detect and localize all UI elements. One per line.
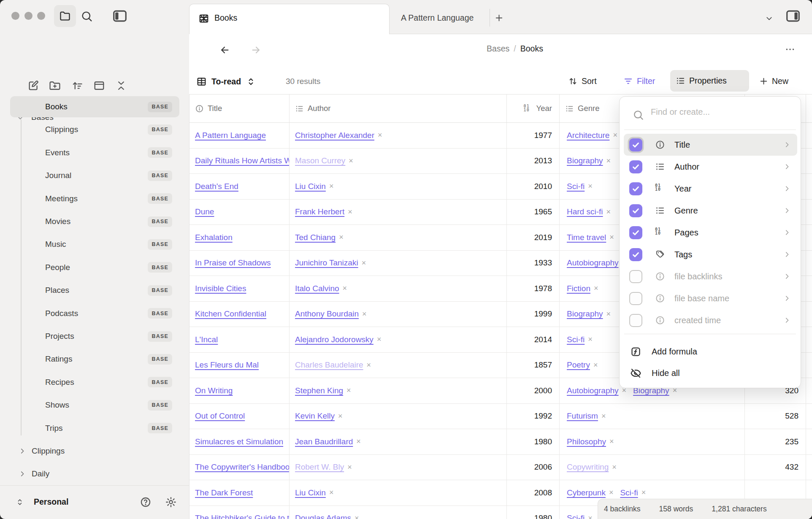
genre-link[interactable]: Time travel bbox=[567, 233, 606, 242]
cell-year[interactable]: 1992 bbox=[507, 404, 560, 429]
remove-link-icon[interactable]: × bbox=[356, 437, 361, 446]
chevron-right-icon[interactable] bbox=[783, 141, 791, 149]
cell-pages[interactable]: 528 bbox=[745, 404, 806, 429]
cell-year[interactable]: 2013 bbox=[507, 149, 560, 174]
property-item-author[interactable]: Author bbox=[624, 156, 797, 178]
sort-order-button[interactable] bbox=[68, 76, 87, 95]
cell-tags[interactable] bbox=[806, 455, 812, 480]
tab-books[interactable]: Books bbox=[189, 4, 390, 34]
remove-link-icon[interactable]: × bbox=[343, 284, 347, 293]
property-item-genre[interactable]: Genre bbox=[624, 200, 797, 222]
cell-tags[interactable] bbox=[806, 404, 812, 429]
author-link[interactable]: Charles Baudelaire bbox=[295, 360, 363, 370]
property-checkbox[interactable] bbox=[629, 160, 642, 173]
table-row[interactable]: Out of ControlKevin Kelly×1992Futurism×5… bbox=[189, 404, 812, 430]
author-link[interactable]: Stephen King bbox=[295, 386, 343, 395]
cell-genre[interactable]: Futurism× bbox=[560, 404, 745, 429]
new-note-button[interactable] bbox=[24, 76, 43, 95]
remove-link-icon[interactable]: × bbox=[329, 182, 334, 191]
cell-author[interactable]: Alejandro Jodorowsky× bbox=[290, 327, 507, 352]
cell-year[interactable]: 1857 bbox=[507, 353, 560, 378]
settings-button[interactable] bbox=[162, 494, 179, 511]
sidebar-folder-daily[interactable]: Daily bbox=[10, 463, 179, 484]
genre-link[interactable]: Copywriting bbox=[567, 462, 609, 472]
sidebar-item-podcasts[interactable]: PodcastsBASE bbox=[10, 303, 179, 324]
property-item-title[interactable]: Title bbox=[624, 134, 797, 156]
remove-link-icon[interactable]: × bbox=[609, 488, 614, 497]
sidebar-item-journal[interactable]: JournalBASE bbox=[10, 165, 179, 186]
sort-button[interactable]: Sort bbox=[568, 70, 597, 92]
remove-link-icon[interactable]: × bbox=[588, 182, 593, 191]
cell-year[interactable]: 1980 bbox=[507, 506, 560, 519]
vault-name[interactable]: Personal bbox=[34, 497, 68, 507]
tab-list-button[interactable] bbox=[761, 10, 777, 26]
chevron-right-icon[interactable] bbox=[783, 185, 791, 192]
genre-link[interactable]: Philosophy bbox=[567, 437, 606, 446]
author-link[interactable]: Liu Cixin bbox=[295, 488, 326, 497]
title-link[interactable]: The Hitchhiker's Guide to the bbox=[195, 514, 290, 519]
title-link[interactable]: Daily Rituals How Artists Work bbox=[195, 156, 290, 165]
card-view-button[interactable] bbox=[90, 76, 108, 95]
cell-title[interactable]: L'Incal bbox=[189, 327, 290, 352]
author-link[interactable]: Mason Currey bbox=[295, 156, 345, 165]
author-link[interactable]: Anthony Bourdain bbox=[295, 309, 359, 319]
cell-year[interactable]: 2010 bbox=[507, 174, 560, 199]
breadcrumb-books[interactable]: Books bbox=[520, 44, 543, 53]
remove-link-icon[interactable]: × bbox=[338, 412, 343, 421]
author-link[interactable]: Italo Calvino bbox=[295, 284, 339, 293]
title-link[interactable]: Exhalation bbox=[195, 233, 233, 242]
search-button[interactable] bbox=[77, 7, 96, 25]
property-checkbox[interactable] bbox=[629, 138, 642, 151]
genre-link[interactable]: Autobiography bbox=[567, 386, 619, 395]
remove-link-icon[interactable]: × bbox=[339, 233, 344, 242]
cell-author[interactable]: Mason Currey× bbox=[290, 149, 507, 174]
author-link[interactable]: Alejandro Jodorowsky bbox=[295, 335, 374, 344]
cell-author[interactable]: Frank Herbert× bbox=[290, 200, 507, 225]
cell-author[interactable]: Italo Calvino× bbox=[290, 276, 507, 301]
remove-link-icon[interactable]: × bbox=[355, 514, 359, 519]
remove-link-icon[interactable]: × bbox=[362, 259, 366, 268]
title-link[interactable]: Dune bbox=[195, 207, 214, 216]
cell-title[interactable]: On Writing bbox=[189, 378, 290, 403]
cell-title[interactable]: A Pattern Language bbox=[189, 123, 290, 148]
remove-link-icon[interactable]: × bbox=[606, 208, 611, 216]
tab-a-pattern-language[interactable]: A Pattern Language bbox=[390, 4, 490, 32]
cell-title[interactable]: Exhalation bbox=[189, 225, 290, 250]
cell-year[interactable]: 2008 bbox=[507, 480, 560, 505]
properties-button[interactable]: Properties bbox=[670, 70, 749, 92]
cell-genre[interactable]: Philosophy× bbox=[560, 429, 745, 454]
cell-title[interactable]: The Dark Forest bbox=[189, 480, 290, 505]
cell-author[interactable]: Junichiro Tanizaki× bbox=[290, 251, 507, 276]
title-link[interactable]: L'Incal bbox=[195, 335, 218, 344]
remove-link-icon[interactable]: × bbox=[609, 437, 614, 446]
cell-author[interactable]: Robert W. Bly× bbox=[290, 455, 507, 480]
vault-browser-button[interactable] bbox=[54, 5, 76, 27]
cell-title[interactable]: Out of Control bbox=[189, 404, 290, 429]
remove-link-icon[interactable]: × bbox=[348, 208, 352, 216]
view-selector[interactable]: To-read bbox=[196, 70, 256, 92]
remove-link-icon[interactable]: × bbox=[329, 488, 334, 497]
genre-link[interactable]: Architecture bbox=[567, 131, 609, 140]
chevron-right-icon[interactable] bbox=[783, 163, 791, 170]
sidebar-item-recipes[interactable]: RecipesBASE bbox=[10, 372, 179, 393]
cell-author[interactable]: Douglas Adams× bbox=[290, 506, 507, 519]
cell-pages[interactable]: 235 bbox=[745, 429, 806, 454]
cell-title[interactable]: Daily Rituals How Artists Work bbox=[189, 149, 290, 174]
remove-link-icon[interactable]: × bbox=[612, 463, 617, 472]
cell-title[interactable]: Dune bbox=[189, 200, 290, 225]
genre-link[interactable]: Sci-fi bbox=[567, 335, 585, 344]
remove-link-icon[interactable]: × bbox=[641, 488, 646, 497]
cell-author[interactable]: Jean Baudrillard× bbox=[290, 429, 507, 454]
property-item-created-time[interactable]: created time bbox=[624, 309, 797, 331]
cell-year[interactable]: 1980 bbox=[507, 429, 560, 454]
cell-tags[interactable] bbox=[806, 251, 812, 276]
sidebar-item-projects[interactable]: ProjectsBASE bbox=[10, 326, 179, 347]
cell-tags[interactable] bbox=[806, 123, 812, 148]
genre-link[interactable]: Sci-fi bbox=[567, 182, 585, 191]
cell-tags[interactable] bbox=[806, 378, 812, 403]
vault-switcher-icon[interactable] bbox=[15, 497, 24, 507]
remove-link-icon[interactable]: × bbox=[378, 131, 382, 140]
remove-link-icon[interactable]: × bbox=[613, 131, 617, 140]
cell-year[interactable]: 1933 bbox=[507, 251, 560, 276]
chevron-right-icon[interactable] bbox=[783, 295, 791, 302]
